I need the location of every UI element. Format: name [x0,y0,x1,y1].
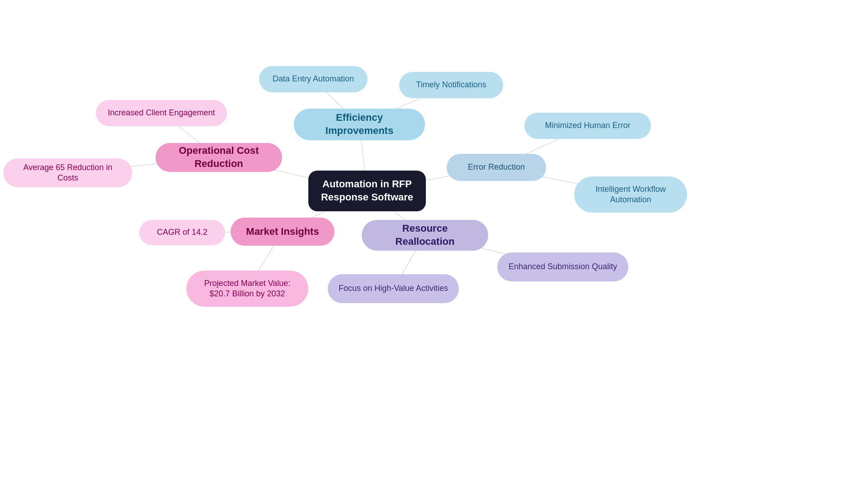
node-enhanced: Enhanced Submission Quality [497,252,628,281]
node-intelligent: Intelligent Workflow Automation [574,176,687,213]
node-cagr: CAGR of 14.2 [139,220,225,245]
node-minimized-error: Minimized Human Error [524,113,651,139]
node-projected: Projected Market Value: $20.7 Billion by… [186,271,308,307]
node-focus: Focus on High-Value Activities [328,274,459,303]
node-client-engagement: Increased Client Engagement [96,100,227,126]
node-error-reduction: Error Reduction [447,154,546,181]
node-resource: Resource Reallocation [362,220,488,251]
node-data-entry: Data Entry Automation [259,66,368,92]
node-timely: Timely Notifications [399,72,503,98]
center-node: Automation in RFP Response Software [308,171,426,211]
mindmap-container: Automation in RFP Response SoftwareEffic… [0,0,868,490]
node-avg-cost: Average 65 Reduction in Costs [4,158,132,187]
node-operational: Operational Cost Reduction [156,143,282,172]
node-efficiency: Efficiency Improvements [294,109,425,140]
node-market-insights: Market Insights [231,218,335,246]
